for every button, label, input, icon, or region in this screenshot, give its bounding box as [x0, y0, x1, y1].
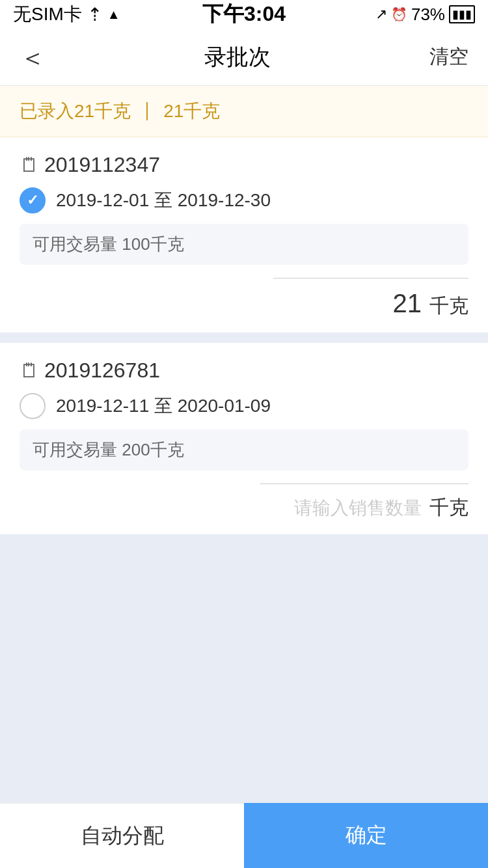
batch-1-quota: 可用交易量 100千克: [20, 224, 468, 265]
batch-2-input-placeholder[interactable]: 请输入销售数量: [294, 496, 422, 521]
empty-area: [0, 534, 488, 821]
batch-2-header: 🗒 2019126781: [0, 343, 488, 389]
batch-2-date: 2019-12-11 至 2020-01-09: [56, 394, 271, 418]
batch-2-input-row: 请输入销售数量 千克: [0, 484, 488, 534]
clear-button[interactable]: 清空: [429, 44, 468, 70]
batch-icon-2: 🗒: [20, 360, 39, 382]
auto-distribute-button[interactable]: 自动分配: [0, 803, 244, 868]
wifi-signal-icon: ▲: [107, 7, 120, 22]
batch-2-date-row[interactable]: 2019-12-11 至 2020-01-09: [0, 389, 488, 426]
carrier-label: 无SIM卡: [13, 2, 82, 27]
status-time: 下午3:04: [202, 0, 286, 29]
location-icon: ↗: [375, 6, 387, 23]
batch-1-amount[interactable]: 21: [393, 289, 422, 318]
batch-1-date: 2019-12-01 至 2019-12-30: [56, 188, 271, 213]
bottom-bar: 自动分配 确定: [0, 803, 488, 868]
batch-2-quota: 可用交易量 200千克: [20, 429, 468, 470]
batch-1-date-row[interactable]: 2019-12-01 至 2019-12-30: [0, 183, 488, 220]
summary-divider: [146, 102, 148, 120]
alarm-icon: ⏰: [391, 7, 407, 22]
wifi-icon: ⇡: [87, 4, 102, 25]
batch-item-1: 🗒 2019112347 2019-12-01 至 2019-12-30 可用交…: [0, 137, 488, 332]
batch-1-radio[interactable]: [20, 187, 46, 213]
confirm-button[interactable]: 确定: [244, 803, 488, 868]
battery-label: 73%: [411, 5, 445, 25]
summary-bar: 已录入21千克 21千克: [0, 86, 488, 137]
batch-2-number: 2019126781: [44, 359, 160, 383]
batch-icon-1: 🗒: [20, 154, 39, 176]
section-divider: [0, 332, 488, 343]
batch-2-unit: 千克: [429, 495, 468, 521]
status-bar: 无SIM卡 ⇡ ▲ 下午3:04 ↗ ⏰ 73% ▮▮▮: [0, 0, 488, 29]
batch-item-2: 🗒 2019126781 2019-12-11 至 2020-01-09 可用交…: [0, 343, 488, 534]
page-title: 录批次: [204, 42, 271, 72]
summary-value: 21千克: [163, 99, 220, 124]
status-carrier: 无SIM卡 ⇡ ▲: [13, 2, 120, 27]
batch-1-amount-row: 21 千克: [0, 278, 488, 332]
status-right: ↗ ⏰ 73% ▮▮▮: [375, 5, 475, 25]
back-button[interactable]: ＜: [20, 44, 46, 70]
batch-1-header: 🗒 2019112347: [0, 137, 488, 183]
battery-icon: ▮▮▮: [449, 5, 475, 23]
batch-2-radio[interactable]: [20, 393, 46, 419]
batch-1-number: 2019112347: [44, 153, 160, 177]
batch-1-unit: 千克: [429, 293, 468, 319]
recorded-label: 已录入21千克: [20, 99, 131, 124]
content-area: 🗒 2019112347 2019-12-01 至 2019-12-30 可用交…: [0, 137, 488, 868]
nav-bar: ＜ 录批次 清空: [0, 29, 488, 86]
